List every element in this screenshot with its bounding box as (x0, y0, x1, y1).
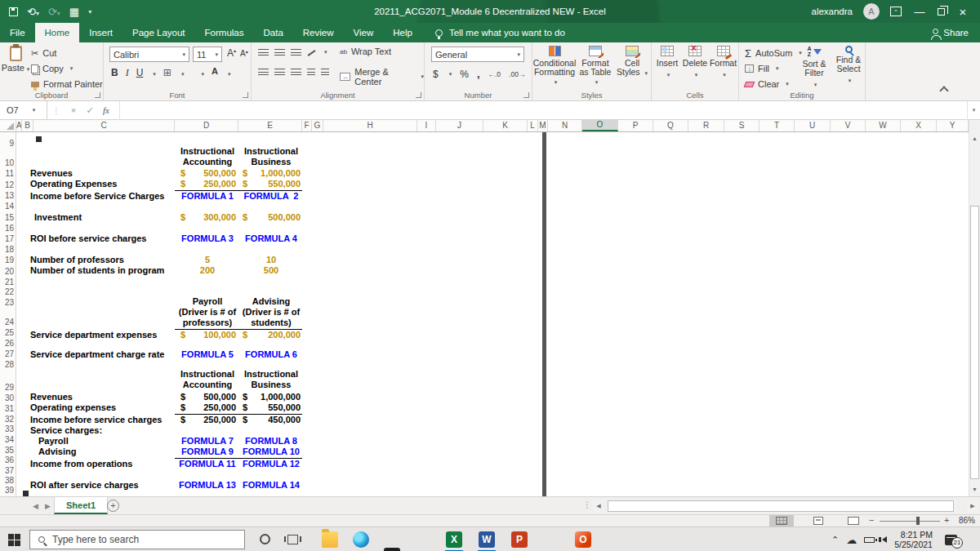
cell-value[interactable]: $1,000,000 (243, 168, 301, 179)
orientation-icon[interactable] (307, 50, 315, 56)
grow-font-icon[interactable]: A▴ (227, 47, 236, 59)
cell-value[interactable]: FORMULA 8 (238, 436, 304, 447)
cell-styles-button[interactable]: Cell Styles ▾ (616, 46, 648, 78)
column-header-M[interactable]: M (538, 120, 548, 131)
cell-value[interactable]: $450,000 (243, 415, 301, 425)
undo-icon[interactable]: ⟲▾ (27, 6, 39, 18)
vertical-scroll-thumb[interactable] (970, 206, 979, 479)
cell-value[interactable]: FORMULA 11 (175, 459, 240, 469)
cancel-entry-icon[interactable]: × (65, 105, 82, 115)
column-header-S[interactable]: S (724, 120, 760, 131)
sheet-tab-sheet1[interactable]: Sheet1 (54, 497, 108, 514)
align-middle-icon[interactable] (274, 49, 285, 56)
delete-cells-button[interactable]: Delete▾ (681, 46, 709, 79)
column-header-F[interactable]: F (302, 120, 312, 131)
column-header-P[interactable]: P (618, 120, 653, 131)
tab-view[interactable]: View (344, 23, 384, 42)
insert-cells-button[interactable]: Insert▾ (654, 46, 680, 79)
ribbon-display-options-icon[interactable]: ⌃ (890, 7, 902, 16)
zoom-in-icon[interactable]: + (944, 515, 949, 525)
normal-view-button[interactable] (769, 515, 794, 527)
scroll-down-icon[interactable]: ▼ (969, 483, 980, 495)
cell-value[interactable]: $250,000 (180, 402, 236, 413)
decrease-indent-icon[interactable] (307, 69, 315, 76)
file-explorer-icon[interactable] (322, 531, 338, 548)
column-header-D[interactable]: D (175, 120, 238, 131)
cell-value[interactable]: FORMULA 10 (238, 447, 304, 457)
cell-value[interactable]: FORMULA 12 (238, 459, 304, 469)
notification-center-icon[interactable]: 21 (945, 535, 957, 545)
cell-value[interactable]: Payroll (175, 296, 240, 307)
scroll-left-icon[interactable]: ◀ (593, 500, 604, 513)
column-header-L[interactable]: L (528, 120, 538, 131)
cell-value[interactable]: (Driver is # of (175, 307, 240, 318)
page-break-view-button[interactable] (841, 515, 866, 527)
tab-review[interactable]: Review (293, 23, 344, 42)
name-box[interactable]: O7▾ (0, 101, 47, 120)
minimize-button[interactable]: — (912, 6, 927, 18)
taskbar-search-input[interactable]: Type here to search (29, 530, 245, 549)
decrease-decimal-icon[interactable]: .00→ (509, 70, 525, 78)
bold-icon[interactable]: B (111, 67, 118, 78)
cell-value[interactable]: Advising (238, 296, 304, 307)
zoom-slider-thumb[interactable] (916, 517, 920, 525)
cell-value[interactable]: Accounting (175, 380, 240, 390)
format-as-table-button[interactable]: Format as Table ▾ (577, 46, 614, 87)
battery-icon[interactable] (864, 537, 875, 543)
cell-value[interactable]: $200,000 (243, 330, 301, 340)
autosum-button[interactable]: ΣAutoSum▾ (745, 46, 802, 60)
horizontal-scrollbar[interactable] (606, 500, 957, 513)
cell-value[interactable]: FORMULA 1 (175, 191, 240, 202)
next-sheet-icon[interactable]: ▶ (45, 497, 51, 515)
tab-help[interactable]: Help (383, 23, 422, 42)
cell-value[interactable]: FORMULA 3 (175, 233, 240, 244)
cell-value[interactable]: 10 (238, 255, 304, 265)
column-header-K[interactable]: K (483, 120, 528, 131)
number-format-select[interactable]: General▾ (431, 47, 524, 62)
column-header-B[interactable]: B (22, 120, 33, 131)
cell-value[interactable]: Instructional (175, 369, 240, 380)
scroll-right-icon[interactable]: ▶ (967, 500, 978, 513)
comma-style-icon[interactable]: , (477, 68, 480, 80)
font-size-select[interactable]: 11▾ (193, 47, 222, 62)
borders-icon[interactable]: ⊞ (163, 67, 172, 78)
cell-value[interactable]: $250,000 (180, 415, 236, 425)
word-icon[interactable]: W (479, 531, 495, 548)
restore-button[interactable] (938, 8, 945, 16)
speaker-icon[interactable] (882, 536, 887, 543)
increase-indent-icon[interactable] (321, 69, 329, 76)
expand-formula-bar-icon[interactable]: ▾ (967, 101, 980, 120)
column-header-V[interactable]: V (831, 120, 866, 131)
hidden-icons-chevron[interactable]: ⌃ (831, 535, 839, 545)
cell-value[interactable]: Instructional (238, 369, 304, 380)
excel-icon[interactable]: X (446, 531, 462, 548)
wrap-text-button[interactable]: ab Wrap Text (340, 47, 391, 56)
new-sheet-button[interactable]: + (107, 500, 119, 512)
tab-formulas[interactable]: Formulas (195, 23, 254, 42)
cell-value[interactable]: FORMULA 4 (238, 233, 304, 244)
powerpoint-icon[interactable]: P (511, 531, 528, 548)
shrink-font-icon[interactable]: A▾ (240, 49, 248, 58)
select-all-corner[interactable] (0, 120, 16, 131)
align-left-icon[interactable] (258, 69, 269, 76)
confirm-entry-icon[interactable]: ✓ (82, 105, 98, 116)
cell-value[interactable]: Business (238, 380, 304, 390)
column-header-X[interactable]: X (901, 120, 937, 131)
cell-value[interactable]: FORMULA 2 (238, 191, 304, 202)
format-painter-button[interactable]: Format Painter (31, 77, 103, 91)
cell-value[interactable]: 200 (175, 265, 240, 276)
formula-bar-handle[interactable]: ⋮ (47, 106, 65, 115)
column-header-I[interactable]: I (417, 120, 436, 131)
microsoft-store-icon[interactable] (384, 548, 400, 551)
cell-value[interactable]: Instructional (238, 146, 304, 157)
edge-icon[interactable] (353, 531, 369, 548)
cell-value[interactable]: $1,000,000 (243, 392, 301, 402)
column-header-Q[interactable]: Q (653, 120, 688, 131)
row-header-14[interactable]: 14 (0, 202, 14, 211)
column-header-Y[interactable]: Y (937, 120, 969, 131)
font-family-select[interactable]: Calibri▾ (109, 47, 189, 62)
cortana-icon[interactable] (260, 534, 270, 544)
accounting-format-icon[interactable]: $ (433, 69, 439, 80)
column-header-H[interactable]: H (323, 120, 417, 131)
italic-icon[interactable]: I (126, 67, 129, 79)
